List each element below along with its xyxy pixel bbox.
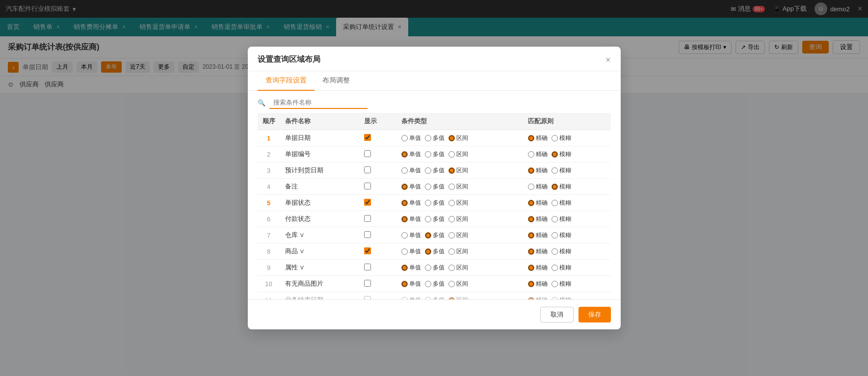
tab-query-fields[interactable]: 查询字段设置	[258, 71, 315, 91]
tab-layout-adjust[interactable]: 布局调整	[315, 71, 358, 91]
tab-layout-adjust-label: 布局调整	[322, 76, 350, 84]
modal-title: 设置查询区域布局	[258, 54, 320, 65]
modal-tabs: 查询字段设置 布局调整	[248, 71, 621, 91]
modal-close-button[interactable]: ×	[605, 55, 611, 64]
modal-header: 设置查询区域布局 ×	[248, 47, 621, 71]
modal-overlay: 设置查询区域布局 × 查询字段设置 布局调整 🔍 顺序 条件名称	[0, 0, 868, 93]
tab-query-fields-label: 查询字段设置	[265, 76, 307, 84]
modal-search-area: 🔍	[248, 91, 621, 93]
settings-modal: 设置查询区域布局 × 查询字段设置 布局调整 🔍 顺序 条件名称	[248, 47, 621, 93]
